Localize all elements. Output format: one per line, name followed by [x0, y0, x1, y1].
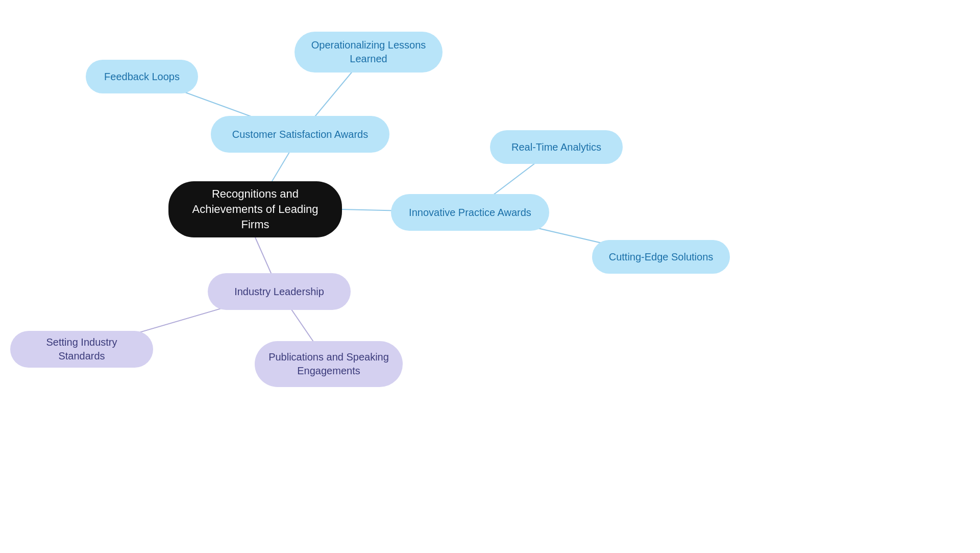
realtime-analytics-label: Real-Time Analytics: [511, 140, 601, 154]
realtime-analytics-node[interactable]: Real-Time Analytics: [490, 130, 623, 164]
center-node-label: Recognitions and Achievements of Leading…: [181, 186, 330, 232]
cutting-edge-label: Cutting-Edge Solutions: [609, 250, 714, 264]
innovative-practice-node[interactable]: Innovative Practice Awards: [391, 194, 549, 231]
innovative-practice-label: Innovative Practice Awards: [409, 206, 531, 220]
publications-label: Publications and Speaking Engagements: [267, 350, 390, 378]
feedback-loops-label: Feedback Loops: [104, 70, 180, 84]
industry-leadership-node[interactable]: Industry Leadership: [208, 273, 351, 310]
operationalizing-label: Operationalizing Lessons Learned: [307, 38, 430, 66]
operationalizing-node[interactable]: Operationalizing Lessons Learned: [295, 32, 443, 73]
cutting-edge-node[interactable]: Cutting-Edge Solutions: [592, 240, 730, 274]
feedback-loops-node[interactable]: Feedback Loops: [86, 60, 198, 93]
setting-industry-standards-label: Setting Industry Standards: [22, 335, 141, 363]
center-node: Recognitions and Achievements of Leading…: [168, 181, 342, 237]
customer-satisfaction-label: Customer Satisfaction Awards: [232, 128, 368, 141]
publications-node[interactable]: Publications and Speaking Engagements: [255, 341, 403, 387]
customer-satisfaction-node[interactable]: Customer Satisfaction Awards: [211, 116, 389, 153]
setting-industry-standards-node[interactable]: Setting Industry Standards: [10, 331, 153, 368]
industry-leadership-label: Industry Leadership: [234, 285, 324, 299]
